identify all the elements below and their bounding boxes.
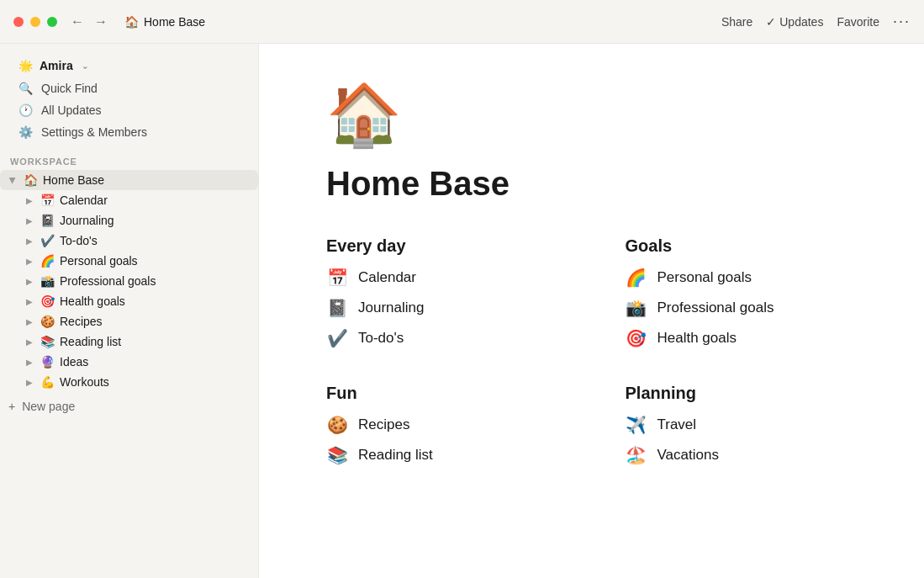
- section-heading-fun: Fun: [326, 384, 558, 403]
- health-goals-label: Health goals: [657, 330, 737, 347]
- recipes-icon: 🍪: [326, 415, 348, 435]
- journaling-label: Journaling: [358, 300, 424, 316]
- main-content: 🏠 Home Base Every day 📅 Calendar 📓 Journ…: [259, 44, 924, 578]
- sidebar-item-journaling[interactable]: ▶ 📓 Journaling: [17, 210, 258, 231]
- vacations-icon: 🏖️: [626, 445, 647, 465]
- user-name: Amira: [40, 59, 73, 72]
- section-heading-planning: Planning: [626, 384, 858, 403]
- titlebar-actions: Share ✓ Updates Favorite ···: [721, 13, 911, 30]
- personal-goals-label: Personal goals: [657, 269, 752, 286]
- professional-goals-icon: 📸: [626, 298, 647, 318]
- all-updates[interactable]: 🕐 All Updates: [10, 99, 248, 121]
- item-health-goals[interactable]: 🎯 Health goals: [626, 326, 858, 350]
- personal-goals-icon: 🌈: [626, 268, 647, 288]
- forward-button[interactable]: →: [91, 13, 111, 31]
- recipes-icon: 🍪: [40, 315, 55, 328]
- share-button[interactable]: Share: [721, 15, 752, 29]
- item-reading-list[interactable]: 📚 Reading list: [326, 443, 558, 467]
- sidebar-item-workouts[interactable]: ▶ 💪 Workouts: [17, 372, 258, 392]
- minimize-button[interactable]: [30, 17, 40, 27]
- new-page-label: New page: [22, 400, 75, 413]
- sidebar-item-calendar[interactable]: ▶ 📅 Calendar: [17, 190, 258, 210]
- sidebar-item-reading-list[interactable]: ▶ 📚 Reading list: [17, 331, 258, 352]
- item-journaling[interactable]: 📓 Journaling: [326, 296, 558, 320]
- travel-icon: ✈️: [626, 415, 647, 435]
- favorite-button[interactable]: Favorite: [837, 15, 879, 29]
- item-recipes[interactable]: 🍪 Recipes: [326, 413, 558, 437]
- traffic-lights: [13, 17, 57, 27]
- item-todos[interactable]: ✔️ To-do's: [326, 326, 558, 350]
- workouts-icon: 💪: [40, 375, 55, 389]
- chevron-icon: ▶: [24, 317, 35, 326]
- item-calendar[interactable]: 📅 Calendar: [326, 266, 558, 289]
- sidebar-item-recipes[interactable]: ▶ 🍪 Recipes: [17, 311, 258, 331]
- sidebar-children: ▶ 📅 Calendar ▶ 📓 Journaling ▶ ✔️ To-do's…: [0, 190, 258, 392]
- journaling-icon: 📓: [40, 214, 55, 227]
- nav-arrows: ← →: [67, 13, 111, 31]
- vacations-label: Vacations: [657, 447, 719, 464]
- section-fun: Fun 🍪 Recipes 📚 Reading list: [326, 384, 558, 467]
- settings-members[interactable]: ⚙️ Settings & Members: [10, 121, 248, 143]
- more-options-button[interactable]: ···: [893, 13, 911, 30]
- item-vacations[interactable]: 🏖️ Vacations: [626, 443, 858, 467]
- section-planning: Planning ✈️ Travel 🏖️ Vacations: [626, 384, 858, 467]
- sidebar-item-home-base[interactable]: ▶ 🏠 Home Base: [0, 170, 258, 190]
- section-every-day: Every day 📅 Calendar 📓 Journaling ✔️ To-…: [326, 236, 558, 350]
- section-items-every-day: 📅 Calendar 📓 Journaling ✔️ To-do's: [326, 266, 558, 350]
- ideas-label: Ideas: [60, 355, 88, 369]
- section-goals: Goals 🌈 Personal goals 📸 Professional go…: [626, 236, 858, 350]
- close-button[interactable]: [13, 17, 24, 27]
- sidebar-item-professional-goals[interactable]: ▶ 📸 Professional goals: [17, 271, 258, 291]
- home-base-label: Home Base: [43, 173, 104, 187]
- chevron-icon: ▶: [24, 216, 35, 225]
- back-button[interactable]: ←: [67, 13, 87, 31]
- quick-find-label: Quick Find: [41, 82, 98, 95]
- reading-list-label: Reading list: [358, 447, 433, 464]
- plus-icon: +: [8, 400, 15, 413]
- todos-label: To-do's: [60, 234, 98, 247]
- fullscreen-button[interactable]: [47, 17, 57, 27]
- health-goals-icon: 🎯: [40, 294, 55, 308]
- sidebar-item-todos[interactable]: ▶ ✔️ To-do's: [17, 231, 258, 251]
- search-icon: 🔍: [18, 82, 33, 95]
- user-menu[interactable]: 🌟 Amira ⌄: [10, 54, 248, 77]
- todos-label: To-do's: [358, 330, 404, 347]
- sidebar-top: 🌟 Amira ⌄ 🔍 Quick Find 🕐 All Updates ⚙️ …: [0, 44, 258, 150]
- journaling-label: Journaling: [60, 214, 114, 227]
- page-icon: 🏠: [326, 84, 857, 145]
- chevron-icon: ▶: [24, 196, 35, 205]
- sidebar: 🌟 Amira ⌄ 🔍 Quick Find 🕐 All Updates ⚙️ …: [0, 44, 259, 578]
- titlebar: ← → 🏠 Home Base Share ✓ Updates Favorite…: [0, 0, 924, 44]
- section-heading-goals: Goals: [626, 236, 858, 256]
- titlebar-page-icon: 🏠: [124, 15, 139, 29]
- quick-find[interactable]: 🔍 Quick Find: [10, 77, 248, 99]
- calendar-icon: 📅: [326, 268, 348, 288]
- chevron-icon: ▶: [24, 337, 35, 347]
- workouts-label: Workouts: [60, 375, 109, 389]
- chevron-icon: ⌄: [82, 61, 88, 71]
- all-updates-label: All Updates: [41, 103, 102, 117]
- item-professional-goals[interactable]: 📸 Professional goals: [626, 296, 858, 320]
- health-goals-label: Health goals: [60, 294, 125, 308]
- sidebar-item-personal-goals[interactable]: ▶ 🌈 Personal goals: [17, 251, 258, 271]
- gear-icon: ⚙️: [18, 125, 33, 139]
- sidebar-item-health-goals[interactable]: ▶ 🎯 Health goals: [17, 291, 258, 311]
- user-icon: 🌟: [18, 59, 33, 72]
- personal-goals-label: Personal goals: [60, 254, 138, 268]
- chevron-icon: ▶: [24, 236, 35, 246]
- updates-button[interactable]: ✓ Updates: [766, 15, 823, 29]
- section-items-goals: 🌈 Personal goals 📸 Professional goals 🎯 …: [626, 266, 858, 350]
- home-base-icon: 🏠: [24, 173, 38, 187]
- item-travel[interactable]: ✈️ Travel: [626, 413, 858, 437]
- sidebar-item-ideas[interactable]: ▶ 🔮 Ideas: [17, 352, 258, 372]
- titlebar-title-text: Home Base: [144, 15, 205, 29]
- recipes-label: Recipes: [358, 416, 409, 433]
- chevron-icon: ▶: [24, 358, 35, 367]
- item-personal-goals[interactable]: 🌈 Personal goals: [626, 266, 858, 289]
- app-body: 🌟 Amira ⌄ 🔍 Quick Find 🕐 All Updates ⚙️ …: [0, 44, 924, 578]
- chevron-down-icon: ▶: [8, 174, 18, 186]
- reading-list-icon: 📚: [326, 445, 348, 465]
- calendar-label: Calendar: [60, 194, 108, 207]
- new-page-button[interactable]: + New page: [0, 395, 258, 417]
- chevron-icon: ▶: [24, 277, 35, 286]
